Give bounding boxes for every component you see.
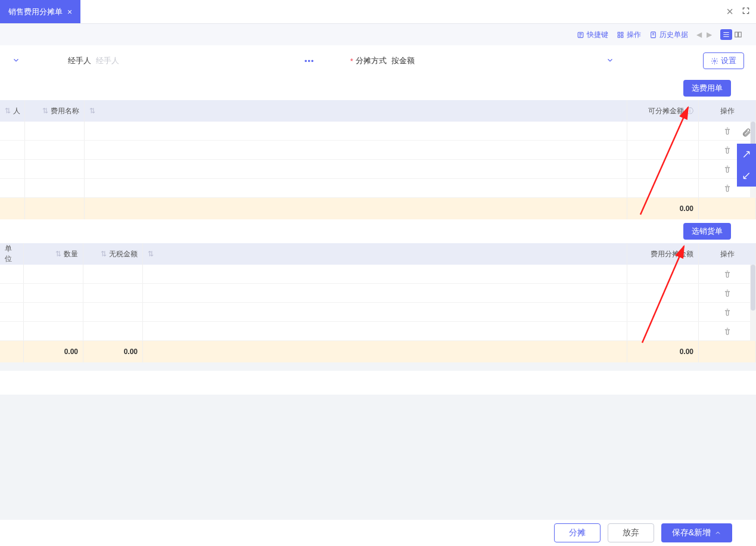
- th-blank2: ⇅: [143, 243, 627, 265]
- method-select[interactable]: 按金额: [391, 55, 606, 66]
- table2-scrollbar[interactable]: [750, 265, 756, 341]
- delete-row-icon[interactable]: [699, 303, 756, 321]
- chevron-down-icon[interactable]: [12, 56, 20, 66]
- table-row[interactable]: [0, 122, 756, 141]
- table-row[interactable]: [0, 160, 756, 179]
- window-controls: ×: [726, 0, 756, 23]
- history-nav: ◀ ▶: [696, 30, 712, 39]
- operate-label: 操作: [627, 30, 641, 40]
- view-toggle[interactable]: [720, 29, 744, 40]
- handler-more-icon[interactable]: •••: [304, 57, 315, 66]
- form-header: 经手人 经手人 ••• * 分摊方式 按金额 设置: [0, 45, 756, 76]
- fullscreen-icon[interactable]: [742, 7, 750, 17]
- shortcut-button[interactable]: 快捷键: [577, 30, 608, 40]
- expand-out-icon[interactable]: [737, 144, 756, 165]
- table-row[interactable]: [0, 303, 756, 322]
- table-row[interactable]: [0, 179, 756, 198]
- table-row[interactable]: [0, 141, 756, 160]
- tab-title: 销售费用分摊单: [8, 7, 63, 17]
- svg-rect-7: [739, 32, 742, 37]
- settings-button[interactable]: 设置: [703, 52, 744, 69]
- table-row[interactable]: [0, 284, 756, 303]
- th-col0: ⇅人: [0, 100, 25, 122]
- svg-rect-3: [618, 35, 620, 37]
- select-expense-button[interactable]: 选费用单: [683, 80, 731, 97]
- save-new-button[interactable]: 保存&新增: [661, 523, 732, 542]
- svg-rect-1: [618, 32, 620, 34]
- nav-prev-icon[interactable]: ◀: [696, 30, 702, 39]
- table-row[interactable]: [0, 265, 756, 284]
- th-expense-name[interactable]: ⇅费用名称: [25, 100, 85, 122]
- window-close-icon[interactable]: ×: [726, 5, 733, 18]
- th-qty[interactable]: ⇅数量: [24, 243, 83, 265]
- notes-area: [0, 371, 756, 395]
- sales-table-body: [0, 265, 756, 341]
- tab-bar: 销售费用分摊单 × ×: [0, 0, 756, 24]
- table1-actions: 选费用单: [0, 76, 756, 100]
- history-button[interactable]: 历史单据: [649, 30, 688, 40]
- svg-rect-6: [735, 32, 738, 37]
- expense-table-footer: 0.00: [0, 198, 756, 219]
- th-ops: 操作: [699, 100, 756, 122]
- action-toolbar: 快捷键 操作 历史单据 ◀ ▶: [0, 24, 756, 45]
- svg-rect-4: [621, 35, 623, 37]
- svg-rect-2: [621, 32, 623, 34]
- handler-label: 经手人: [68, 55, 91, 66]
- delete-row-icon[interactable]: [699, 284, 756, 302]
- table-row[interactable]: [0, 322, 756, 341]
- sales-table-footer: 0.00 0.00 0.00: [0, 341, 756, 362]
- handler-input[interactable]: 经手人: [96, 55, 304, 66]
- th-alloc2[interactable]: 费用分摊金额: [627, 243, 699, 265]
- nav-next-icon[interactable]: ▶: [707, 30, 712, 39]
- delete-row-icon[interactable]: [699, 265, 756, 283]
- sales-table-header: 单位 ⇅数量 ⇅无税金额 ⇅ 费用分摊金额 操作: [0, 243, 756, 265]
- th-alloc-amount[interactable]: 可分摊金额ⓘ: [627, 100, 699, 122]
- expense-table-body: [0, 122, 756, 198]
- shortcut-label: 快捷键: [587, 30, 608, 40]
- expense-table-header: ⇅人 ⇅费用名称 ⇅ 可分摊金额ⓘ 操作: [0, 100, 756, 122]
- expense-table: ⇅人 ⇅费用名称 ⇅ 可分摊金额ⓘ 操作 0.00: [0, 100, 756, 219]
- table2-actions: 选销货单: [0, 219, 756, 243]
- total-alloc2: 0.00: [627, 341, 699, 362]
- method-label: 分摊方式: [356, 55, 387, 66]
- discard-button[interactable]: 放弃: [608, 523, 654, 542]
- allocate-button[interactable]: 分摊: [554, 523, 601, 542]
- expand-in-icon[interactable]: [737, 165, 756, 187]
- th-unit[interactable]: 单位: [0, 243, 24, 265]
- total-alloc-amount: 0.00: [627, 198, 699, 219]
- close-icon[interactable]: ×: [67, 7, 72, 17]
- side-dock: [737, 122, 756, 187]
- svg-point-8: [714, 60, 715, 61]
- save-new-label: 保存&新增: [672, 528, 711, 538]
- sales-table: 单位 ⇅数量 ⇅无税金额 ⇅ 费用分摊金额 操作 0.00 0.00 0.00: [0, 243, 756, 362]
- tab-sales-allocation[interactable]: 销售费用分摊单 ×: [0, 0, 80, 23]
- operate-button[interactable]: 操作: [617, 30, 641, 40]
- method-chevron-down-icon[interactable]: [606, 56, 614, 66]
- total-notax: 0.00: [83, 341, 143, 362]
- info-icon[interactable]: ⓘ: [686, 106, 693, 116]
- th-ops2: 操作: [699, 243, 756, 265]
- th-notax[interactable]: ⇅无税金额: [83, 243, 143, 265]
- total-qty: 0.00: [24, 341, 83, 362]
- attachment-icon[interactable]: [737, 122, 756, 144]
- delete-row-icon[interactable]: [699, 322, 756, 340]
- view-list-icon[interactable]: [720, 29, 732, 40]
- view-card-icon[interactable]: [732, 29, 744, 40]
- history-label: 历史单据: [659, 30, 688, 40]
- settings-label: 设置: [721, 55, 736, 66]
- required-star: *: [350, 57, 353, 66]
- footer-actions: 分摊 放弃 保存&新增: [0, 520, 756, 546]
- th-blank: ⇅: [85, 100, 627, 122]
- select-sales-button[interactable]: 选销货单: [683, 223, 731, 240]
